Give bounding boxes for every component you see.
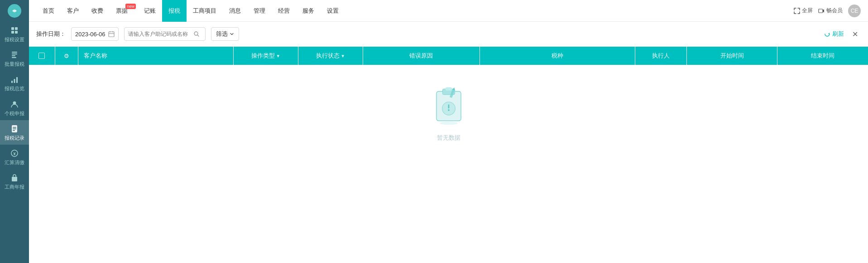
sidebar-item-label: 汇算清缴	[5, 160, 24, 166]
svg-rect-15	[13, 128, 16, 129]
th-error: 错误原因	[363, 47, 480, 65]
search-input[interactable]	[128, 31, 192, 37]
data-table: ⚙ 客户名称 操作类型 ▼ 执行状态	[29, 47, 868, 65]
sidebar-item-label: 报税总览	[5, 86, 24, 92]
date-picker[interactable]: 2023-06-06	[71, 27, 119, 41]
sidebar-item-tax-settings[interactable]: 报税设置	[0, 22, 29, 46]
th-optype[interactable]: 操作类型 ▼	[234, 47, 298, 65]
date-label: 操作日期：	[36, 30, 66, 38]
toolbar: 操作日期： 2023-06-06 筛选	[29, 22, 868, 47]
svg-rect-16	[13, 130, 15, 131]
svg-point-29	[448, 109, 450, 111]
svg-rect-28	[448, 104, 449, 108]
svg-rect-21	[109, 32, 114, 37]
nav-tax[interactable]: 报税	[162, 0, 187, 22]
sidebar: 报税设置 批量报税 报税总览 个税申报 报税记录 ¥ 汇算清缴 工	[0, 0, 29, 263]
refresh-label: 刷新	[832, 30, 844, 38]
sidebar-item-tax-records[interactable]: 报税记录	[0, 120, 29, 145]
svg-rect-1	[11, 27, 14, 30]
svg-rect-3	[11, 31, 14, 34]
new-badge: new	[125, 4, 136, 10]
select-all-checkbox[interactable]	[38, 53, 45, 59]
fullscreen-label: 全屏	[802, 7, 813, 15]
tax-settings-icon	[10, 25, 19, 35]
nav-finance[interactable]: 经营	[272, 0, 296, 22]
content-area: 操作日期： 2023-06-06 筛选	[29, 22, 868, 263]
svg-point-32	[440, 122, 458, 125]
sidebar-item-label: 报税设置	[5, 37, 24, 43]
fullscreen-button[interactable]: 全屏	[794, 7, 813, 15]
close-button[interactable]: ✕	[849, 29, 861, 39]
svg-rect-11	[16, 77, 18, 83]
empty-text: 暂无数据	[437, 134, 460, 142]
sidebar-item-batch-tax[interactable]: 批量报税	[0, 46, 29, 71]
refresh-icon	[824, 31, 830, 37]
member-button[interactable]: 畅会员	[818, 7, 843, 15]
nav-manage[interactable]: 管理	[247, 0, 272, 22]
search-icon	[193, 31, 200, 37]
topnav-right: 全屏 畅会员 CE	[794, 5, 861, 17]
th-executor: 执行人	[635, 47, 686, 65]
svg-rect-20	[819, 9, 823, 13]
logo-icon	[8, 4, 21, 18]
svg-rect-7	[12, 55, 15, 56]
sidebar-item-label: 批量报税	[5, 61, 24, 67]
tax-records-icon	[10, 124, 19, 134]
sidebar-item-annual-report[interactable]: 工商年报	[0, 169, 29, 194]
personal-tax-icon	[10, 99, 19, 109]
settlement-icon: ¥	[10, 148, 19, 158]
th-customer: 客户名称	[78, 47, 234, 65]
th-taxtype: 税种	[480, 47, 635, 65]
nav-customer[interactable]: 客户	[61, 0, 85, 22]
brand-svg	[10, 6, 19, 16]
nav-settings[interactable]: 设置	[321, 0, 345, 22]
sidebar-item-label: 工商年报	[5, 184, 24, 190]
table-container: ⚙ 客户名称 操作类型 ▼ 执行状态	[29, 47, 868, 263]
nav-items: 首页 客户 收费 票据 new 记账 报税 工商项目 消息	[36, 0, 794, 22]
th-starttime: 开始时间	[687, 47, 777, 65]
th-status[interactable]: 执行状态 ▼	[298, 47, 363, 65]
filter-label: 筛选	[216, 30, 228, 38]
nav-bizproject[interactable]: 工商项目	[187, 0, 223, 22]
nav-home[interactable]: 首页	[36, 0, 61, 22]
empty-illustration	[428, 83, 469, 128]
sidebar-item-label: 报税记录	[5, 135, 24, 141]
filter-button[interactable]: 筛选	[211, 27, 239, 41]
date-value: 2023-06-06	[75, 31, 106, 38]
nav-invoice[interactable]: 票据 new	[110, 0, 138, 22]
sidebar-logo	[0, 0, 29, 22]
th-checkbox	[29, 47, 55, 65]
avatar[interactable]: CE	[848, 5, 861, 17]
empty-state: 暂无数据	[29, 65, 868, 169]
batch-tax-icon	[10, 50, 19, 60]
svg-rect-9	[11, 81, 13, 83]
calendar-icon	[108, 31, 115, 37]
annual-report-icon	[10, 173, 19, 183]
fullscreen-icon	[794, 8, 800, 14]
tax-overview-icon	[10, 74, 19, 84]
top-navigation: 首页 客户 收费 票据 new 记账 报税 工商项目 消息	[29, 0, 868, 22]
sort-icon: ▼	[340, 54, 345, 58]
svg-rect-6	[12, 54, 17, 54]
sidebar-item-settlement[interactable]: ¥ 汇算清缴	[0, 145, 29, 169]
svg-rect-5	[12, 52, 17, 53]
chevron-down-icon	[230, 32, 234, 36]
svg-rect-4	[15, 31, 18, 34]
svg-rect-10	[14, 79, 15, 83]
svg-rect-14	[13, 127, 16, 128]
nav-bookkeeping[interactable]: 记账	[138, 0, 162, 22]
svg-text:¥: ¥	[13, 151, 15, 156]
svg-rect-2	[15, 27, 18, 30]
th-endtime: 结束时间	[777, 47, 868, 65]
video-icon	[818, 8, 825, 14]
refresh-button[interactable]: 刷新	[824, 30, 844, 38]
member-label: 畅会员	[826, 7, 843, 15]
nav-service[interactable]: 服务	[296, 0, 321, 22]
sidebar-item-personal-tax[interactable]: 个税申报	[0, 96, 29, 120]
th-settings[interactable]: ⚙	[55, 47, 78, 65]
nav-billing[interactable]: 收费	[85, 0, 110, 22]
nav-message[interactable]: 消息	[223, 0, 247, 22]
search-wrap	[124, 27, 206, 41]
svg-rect-26	[445, 88, 451, 91]
sidebar-item-tax-overview[interactable]: 报税总览	[0, 71, 29, 95]
